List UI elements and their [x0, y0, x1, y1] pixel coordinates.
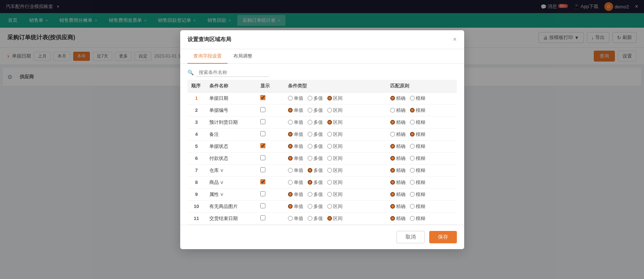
modal-search-area: 🔍	[180, 64, 464, 80]
modal-table: 顺序 条件名称 显示 条件类型 匹配原则 1单据日期单值多值区间精确模糊2单据编…	[187, 80, 457, 90]
modal-tab-query-fields[interactable]: 查询字段设置	[187, 49, 228, 64]
col-name: 条件名称	[206, 80, 257, 90]
modal-tabs: 查询字段设置 布局调整	[180, 49, 464, 64]
modal-overlay: 设置查询区域布局 × 查询字段设置 布局调整 🔍 顺序 条件名称	[0, 0, 644, 89]
search-input[interactable]	[196, 68, 269, 77]
modal-table-wrap: 顺序 条件名称 显示 条件类型 匹配原则 1单据日期单值多值区间精确模糊2单据编…	[187, 80, 457, 90]
modal-tab-layout[interactable]: 布局调整	[228, 49, 258, 64]
settings-modal: 设置查询区域布局 × 查询字段设置 布局调整 🔍 顺序 条件名称	[180, 30, 464, 90]
table-header-row: 顺序 条件名称 显示 条件类型 匹配原则	[187, 80, 457, 90]
col-order: 顺序	[187, 80, 206, 90]
col-display: 显示	[257, 80, 284, 90]
modal-title: 设置查询区域布局	[187, 36, 231, 43]
search-icon: 🔍	[187, 70, 194, 75]
col-match: 匹配原则	[387, 80, 457, 90]
modal-close-button[interactable]: ×	[453, 36, 457, 43]
modal-header: 设置查询区域布局 ×	[180, 30, 464, 49]
col-type: 条件类型	[284, 80, 387, 90]
